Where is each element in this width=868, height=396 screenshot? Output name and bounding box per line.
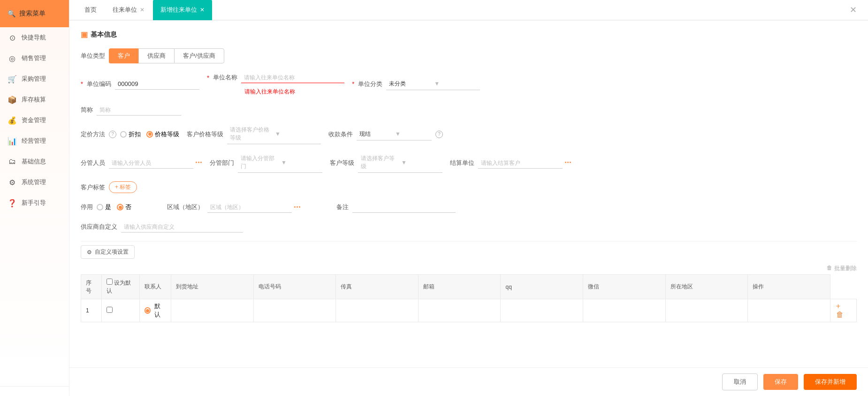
sidebar-label-system: 系统管理 <box>22 178 46 186</box>
disabled-no-radio[interactable]: 否 <box>117 203 131 211</box>
payment-terms-chevron: ▼ <box>395 131 429 137</box>
cancel-button[interactable]: 取消 <box>722 373 758 390</box>
custom-settings-button[interactable]: ⚙ 自定义项设置 <box>81 245 135 259</box>
unit-category-select[interactable]: 未分类 ▼ <box>386 78 480 90</box>
row-phone[interactable] <box>336 299 419 322</box>
unit-code-input[interactable] <box>115 78 199 90</box>
tab-close-new-partner[interactable]: ✕ <box>200 7 205 13</box>
region-input[interactable] <box>207 202 292 213</box>
table-col-微信: 微信 <box>583 275 666 299</box>
pricing-discount-label: 折扣 <box>129 130 141 139</box>
pricing-row: 定价方法 ? 折扣 价格等级 客户价格等级 请选择客户价格等级 <box>81 124 857 144</box>
supplier-custom-row: 供应商自定义 <box>81 221 857 233</box>
unit-type-customer-button[interactable]: 客户 <box>109 48 138 63</box>
row-wechat[interactable] <box>665 299 748 322</box>
row-delete-btn[interactable]: 🗑 <box>836 311 844 318</box>
settlement-more-btn[interactable]: ··· <box>564 158 571 168</box>
sidebar-label-purchase: 采购管理 <box>22 75 46 83</box>
sidebar-item-base[interactable]: 🗂基础信息 <box>0 151 69 172</box>
sidebar-item-inventory[interactable]: 📦库存核算 <box>0 89 69 110</box>
pricing-discount-radio[interactable]: 折扣 <box>120 130 141 139</box>
sidebar-label-quick-nav: 快捷导航 <box>22 33 46 42</box>
row-fax[interactable] <box>418 299 501 322</box>
row-fax-input[interactable] <box>423 307 496 314</box>
save-new-button[interactable]: 保存并新增 <box>804 374 857 390</box>
add-tag-button[interactable]: + 标签 <box>109 181 137 193</box>
tab-new-partner[interactable]: 新增往来单位✕ <box>153 0 212 20</box>
row-checkbox[interactable] <box>101 299 139 322</box>
system-icon: ⚙ <box>8 178 17 187</box>
row-email-input[interactable] <box>505 307 578 314</box>
customer-price-level-label: 客户价格等级 <box>187 130 223 139</box>
tab-label-new-partner: 新增往来单位 <box>160 6 197 14</box>
sidebar-item-purchase[interactable]: 🛒采购管理 <box>0 69 69 89</box>
table-col-电话号码: 电话号码 <box>253 275 336 299</box>
table-select-all[interactable] <box>107 279 113 285</box>
short-name-input[interactable] <box>97 104 181 116</box>
pricing-help-icon[interactable]: ? <box>109 131 116 138</box>
pricing-method-label: 定价方法 <box>81 130 105 139</box>
tab-home[interactable]: 首页 <box>77 0 104 20</box>
sales-icon: ◎ <box>8 54 17 63</box>
sidebar-item-quick-nav[interactable]: ⊙快捷导航 <box>0 27 69 48</box>
search-menu-item[interactable]: 🔍 搜索菜单 <box>0 5 69 23</box>
department-select[interactable]: 请输入分管部门 ▼ <box>238 153 322 173</box>
sidebar-item-guide[interactable]: ❓新手引导 <box>0 193 69 213</box>
operations-icon: 📊 <box>8 136 17 146</box>
unit-name-input[interactable] <box>241 72 344 83</box>
sidebar-item-system[interactable]: ⚙系统管理 <box>0 172 69 193</box>
row-action: + 🗑 <box>830 299 856 322</box>
payment-terms-select[interactable]: 现结 ▼ <box>357 128 432 140</box>
save-button[interactable]: 保存 <box>763 374 798 390</box>
footer-bar: 取消 保存 保存并新增 <box>69 367 868 396</box>
row-address[interactable] <box>253 299 336 322</box>
unit-category-chevron: ▼ <box>434 80 477 87</box>
sidebar-item-sales[interactable]: ◎销售管理 <box>0 48 69 69</box>
row-contact-input[interactable] <box>176 307 249 314</box>
tab-partner[interactable]: 往来单位✕ <box>105 0 152 20</box>
sidebar-label-base: 基础信息 <box>22 157 46 166</box>
row-select[interactable] <box>107 307 113 313</box>
contacts-table: 序号 设为默认联系人到货地址电话号码传真邮箱qq微信所在地区操作 1默认 + 🗑 <box>81 274 857 322</box>
row-phone-input[interactable] <box>341 307 413 314</box>
customer-price-level-chevron: ▼ <box>275 131 318 137</box>
region-more-btn[interactable]: ··· <box>294 202 301 212</box>
tags-label: 客户标签 <box>81 183 105 192</box>
sidebar-item-operations[interactable]: 📊经营管理 <box>0 131 69 151</box>
row-region-input[interactable] <box>753 307 825 314</box>
unit-code-required: * <box>81 80 83 87</box>
supplier-custom-input[interactable] <box>121 221 243 233</box>
payment-terms-help-icon[interactable]: ? <box>435 131 443 138</box>
customer-price-level-select[interactable]: 请选择客户价格等级 ▼ <box>227 124 321 144</box>
sidebar-item-funds[interactable]: 💰资金管理 <box>0 110 69 131</box>
department-placeholder: 请输入分管部门 <box>241 155 279 171</box>
notes-input[interactable] <box>352 202 456 213</box>
row-seq: 1 <box>81 299 102 322</box>
manager-more-btn[interactable]: ··· <box>195 158 202 168</box>
row-wechat-input[interactable] <box>670 307 743 314</box>
row-qq-input[interactable] <box>588 307 661 314</box>
customer-level-select[interactable]: 请选择客户等级 ▼ <box>358 153 442 173</box>
row-add-btn[interactable]: + <box>836 302 840 310</box>
row-contact[interactable] <box>171 299 254 322</box>
manager-input[interactable] <box>109 157 193 169</box>
settlement-input[interactable] <box>478 157 563 169</box>
manager-input-wrap: ··· <box>109 157 202 169</box>
customer-level-placeholder: 请选择客户等级 <box>361 155 399 171</box>
close-window-icon[interactable]: ✕ <box>846 5 860 15</box>
unit-type-supplier-button[interactable]: 供应商 <box>138 48 174 63</box>
main-area: 首页往来单位✕新增往来单位✕ ✕ ▣ 基本信息 单位类型 客户供应商客户/供应商… <box>69 0 868 396</box>
row-default-radio[interactable]: 默认 <box>145 302 167 319</box>
unit-type-both-button[interactable]: 客户/供应商 <box>174 48 224 63</box>
disabled-no-circle <box>117 204 123 210</box>
disabled-yes-radio[interactable]: 是 <box>97 203 111 211</box>
tab-label-home: 首页 <box>84 6 97 14</box>
row-email[interactable] <box>501 299 583 322</box>
pricing-level-radio[interactable]: 价格等级 <box>146 130 179 139</box>
row-address-input[interactable] <box>259 307 331 314</box>
row-qq[interactable] <box>583 299 666 322</box>
row-region[interactable] <box>748 299 830 322</box>
batch-delete-label[interactable]: 批量删除 <box>834 264 857 272</box>
customer-level-chevron: ▼ <box>401 159 440 166</box>
tab-close-partner[interactable]: ✕ <box>140 7 145 13</box>
